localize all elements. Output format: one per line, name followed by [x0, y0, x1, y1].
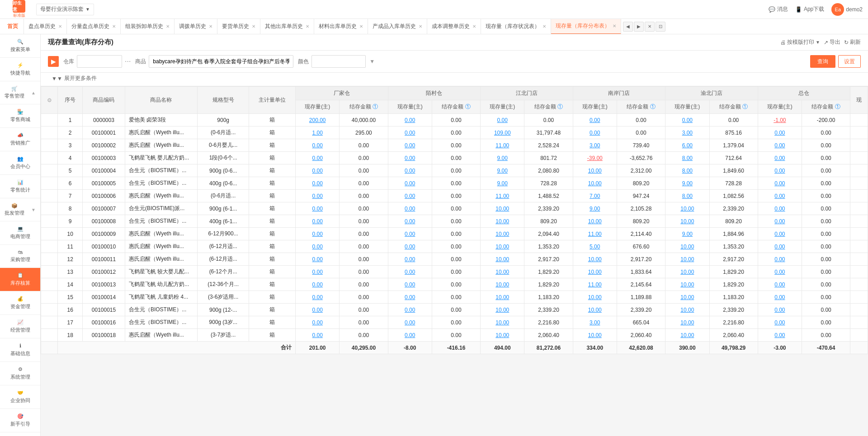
- cell-mc-qty[interactable]: 0.00: [388, 190, 432, 202]
- tab-11[interactable]: 现存量（库存分布表） ✕: [551, 19, 621, 34]
- tab-9[interactable]: 成本调整单历史 ✕: [427, 19, 481, 34]
- cell-cj-qty[interactable]: 0.00: [296, 329, 340, 342]
- tab-6[interactable]: 其他出库单历史 ✕: [260, 19, 314, 34]
- cell-yb-qty[interactable]: 10.00: [665, 278, 709, 291]
- cell-cj-qty[interactable]: 0.00: [296, 316, 340, 329]
- cell-jb-qty[interactable]: 10.00: [481, 228, 524, 240]
- cell-na-qty[interactable]: 9.00: [573, 202, 617, 215]
- cell-yb-qty[interactable]: 10.00: [665, 329, 709, 342]
- cell-yb-qty[interactable]: 9.00: [665, 228, 709, 240]
- cell-jb-qty[interactable]: 10.00: [481, 316, 524, 329]
- cell-jb-qty[interactable]: 11.00: [481, 190, 524, 202]
- cell-yb-qty[interactable]: 8.00: [665, 190, 709, 202]
- cell-mc-qty[interactable]: 0.00: [388, 304, 432, 316]
- cell-na-qty[interactable]: 10.00: [573, 291, 617, 304]
- tab-nav-close[interactable]: ✕: [645, 22, 655, 32]
- cell-mc-qty[interactable]: 0.00: [388, 329, 432, 342]
- cell-total-qty[interactable]: 0.00: [758, 329, 802, 342]
- cell-total-qty[interactable]: 0.00: [758, 228, 802, 240]
- export-btn[interactable]: ↗ 导出: [824, 38, 840, 46]
- cell-total-qty[interactable]: 0.00: [758, 177, 802, 190]
- cell-jb-qty[interactable]: 10.00: [481, 304, 524, 316]
- cell-total-qty[interactable]: 0.00: [758, 139, 802, 152]
- sidebar-item-retail-mgmt[interactable]: 🛒 零售管理 ▲: [0, 81, 40, 104]
- sidebar-item-wholesale[interactable]: 📦 批发管理 ▼: [0, 198, 40, 221]
- tab-8-close[interactable]: ✕: [419, 24, 422, 29]
- sidebar-item-system[interactable]: ⚙ 系统管理: [0, 362, 40, 385]
- cell-mc-qty[interactable]: 0.00: [388, 240, 432, 253]
- cell-mc-qty[interactable]: 0.00: [388, 228, 432, 240]
- cell-na-qty[interactable]: 10.00: [573, 177, 617, 190]
- cell-yb-qty[interactable]: 10.00: [665, 291, 709, 304]
- tab-7-close[interactable]: ✕: [359, 24, 363, 29]
- cell-mc-qty[interactable]: 0.00: [388, 202, 432, 215]
- cell-jb-qty[interactable]: 10.00: [481, 240, 524, 253]
- cell-yb-qty[interactable]: 0.00: [665, 114, 709, 127]
- cell-na-qty[interactable]: 10.00: [573, 164, 617, 177]
- refresh-btn[interactable]: ↻ 刷新: [844, 38, 861, 46]
- settings-btn[interactable]: 设置: [838, 55, 861, 68]
- sidebar-item-marketing[interactable]: 📣 营销推广: [0, 128, 40, 151]
- sidebar-item-finance[interactable]: 💰 资金管理: [0, 291, 40, 315]
- tab-nav-expand[interactable]: ⊡: [656, 22, 665, 32]
- tab-nav-next[interactable]: ▶: [634, 22, 644, 32]
- cell-total-qty[interactable]: 0.00: [758, 202, 802, 215]
- cell-mc-qty[interactable]: 0.00: [388, 114, 432, 127]
- filter-toggle-btn[interactable]: ▶: [48, 56, 59, 67]
- cell-cj-qty[interactable]: 0.00: [296, 202, 340, 215]
- cell-total-qty[interactable]: 0.00: [758, 278, 802, 291]
- cell-cj-qty[interactable]: 0.00: [296, 152, 340, 164]
- tab-4-close[interactable]: ✕: [209, 24, 212, 29]
- tab-8[interactable]: 产成品入库单历史 ✕: [368, 19, 427, 34]
- filter-expand-btn[interactable]: ▼▼ 展开更多条件: [52, 75, 861, 82]
- cell-mc-qty[interactable]: 0.00: [388, 316, 432, 329]
- tab-1-close[interactable]: ✕: [58, 24, 62, 29]
- sidebar-item-retail-mall[interactable]: 🏪 零售商城: [0, 104, 40, 128]
- cell-cj-qty[interactable]: 0.00: [296, 190, 340, 202]
- cell-yb-qty[interactable]: 10.00: [665, 266, 709, 278]
- message-btn[interactable]: 💬 消息: [769, 5, 788, 13]
- cell-jb-qty[interactable]: 9.00: [481, 152, 524, 164]
- cell-cj-qty[interactable]: 0.00: [296, 228, 340, 240]
- cell-cj-qty[interactable]: 0.00: [296, 253, 340, 266]
- cell-cj-qty[interactable]: 0.00: [296, 177, 340, 190]
- cell-total-qty[interactable]: 0.00: [758, 127, 802, 139]
- warehouse-input[interactable]: [77, 55, 122, 68]
- tab-10-close[interactable]: ✕: [542, 24, 546, 29]
- cell-cj-qty[interactable]: 1.00: [296, 127, 340, 139]
- print-btn[interactable]: 🖨 按模版打印 ▼: [780, 38, 820, 46]
- cell-na-qty[interactable]: 10.00: [573, 304, 617, 316]
- tab-5-close[interactable]: ✕: [252, 24, 255, 29]
- cell-mc-qty[interactable]: 0.00: [388, 278, 432, 291]
- tab-3-close[interactable]: ✕: [166, 24, 170, 29]
- cell-cj-qty[interactable]: 0.00: [296, 215, 340, 228]
- query-btn[interactable]: 查询: [810, 55, 835, 68]
- cell-mc-qty[interactable]: 0.00: [388, 266, 432, 278]
- cell-total-qty[interactable]: 0.00: [758, 266, 802, 278]
- cell-na-qty[interactable]: 11.00: [573, 278, 617, 291]
- cell-cj-qty[interactable]: 0.00: [296, 266, 340, 278]
- cell-na-qty[interactable]: 3.00: [573, 316, 617, 329]
- sidebar-item-inventory[interactable]: 📋 库存核算: [0, 268, 40, 291]
- cell-mc-qty[interactable]: 0.00: [388, 152, 432, 164]
- cell-yb-qty[interactable]: 10.00: [665, 304, 709, 316]
- cell-na-qty[interactable]: 3.00: [573, 139, 617, 152]
- sidebar-item-member[interactable]: 👥 会员中心: [0, 151, 40, 175]
- cell-yb-qty[interactable]: 10.00: [665, 215, 709, 228]
- cell-total-qty[interactable]: 0.00: [758, 164, 802, 177]
- cell-na-qty[interactable]: 11.00: [573, 228, 617, 240]
- cell-jb-qty[interactable]: 10.00: [481, 202, 524, 215]
- cell-yb-qty[interactable]: 3.00: [665, 127, 709, 139]
- cell-mc-qty[interactable]: 0.00: [388, 127, 432, 139]
- cell-yb-qty[interactable]: 9.00: [665, 177, 709, 190]
- sidebar-item-search[interactable]: 🔍 搜索英单: [0, 34, 40, 58]
- cell-total-qty[interactable]: 0.00: [758, 215, 802, 228]
- tab-nav-prev[interactable]: ◀: [623, 22, 633, 32]
- cell-total-qty[interactable]: 0.00: [758, 253, 802, 266]
- cell-na-qty[interactable]: 0.00: [573, 114, 617, 127]
- cell-na-qty[interactable]: 10.00: [573, 329, 617, 342]
- cell-mc-qty[interactable]: 0.00: [388, 215, 432, 228]
- tab-2-close[interactable]: ✕: [112, 24, 116, 29]
- table-container[interactable]: ⚙ 序号 商品编码 商品名称 规格型号 主计量单位 厂家仓 陌村仓 江北门店 南…: [41, 86, 868, 436]
- sidebar-item-guide[interactable]: 🎯 新手引导: [0, 409, 40, 432]
